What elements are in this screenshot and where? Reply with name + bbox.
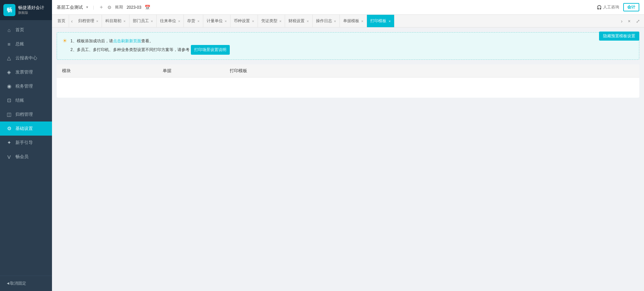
tab-print-template[interactable]: 打印模板 × (367, 15, 394, 28)
settle-icon: ⊡ (6, 97, 12, 103)
sidebar-label-archive: 归档管理 (15, 111, 33, 117)
tab-nav-prev[interactable]: ‹ (69, 15, 75, 28)
kuaiji-button[interactable]: 会计 (623, 3, 639, 11)
tab-archive-mgmt-label: 归档管理 (78, 18, 94, 24)
tab-inventory-close[interactable]: × (197, 19, 199, 23)
tab-dept-staff-label: 部门员工 (133, 18, 149, 24)
tax-icon: ◉ (6, 83, 12, 89)
tab-measure-unit-close[interactable]: × (225, 19, 227, 23)
tab-dept-staff-close[interactable]: × (151, 19, 153, 23)
sidebar-item-archive[interactable]: ◫ 归档管理 (0, 107, 52, 122)
tab-voucher-type-label: 凭证类型 (261, 18, 277, 24)
info-line2: 2、多员工、多打印机、多种业务类型设置不同打印方案等，请参考打印场景设置说明 (70, 45, 230, 55)
tab-currency[interactable]: 币种设置 × (230, 15, 258, 28)
logo-version: 旗舰版 (18, 10, 44, 15)
tab-print-template-label: 打印模板 (370, 18, 386, 24)
content-area: 隐藏预置模板设置 ☀ 1、模板添加成功后，请点击刷新新页面查看。 2、多员工、多… (52, 28, 644, 291)
sidebar-label-home: 首页 (15, 27, 24, 33)
tab-close-all[interactable]: × (626, 15, 633, 28)
tab-subject-period[interactable]: 科目期初 × (102, 15, 129, 28)
sidebar-item-guide[interactable]: ✦ 新手引导 (0, 136, 52, 150)
info-box: ☀ 1、模板添加成功后，请点击刷新新页面查看。 2、多员工、多打印机、多种业务类… (57, 32, 639, 60)
tab-supplier-close[interactable]: × (178, 19, 180, 23)
sidebar-item-vip[interactable]: V 畅会员 (0, 150, 52, 164)
sidebar-item-settle[interactable]: ⊡ 结账 (0, 93, 52, 107)
ledger-icon: ≡ (6, 41, 12, 47)
tab-inventory[interactable]: 存货 × (184, 15, 203, 28)
logo-name: 畅捷通好会计 (18, 5, 44, 11)
tab-expand[interactable]: ⤢ (634, 15, 642, 28)
table-header: 模块 单据 打印模板 (57, 64, 639, 78)
unpin-label: ◄取消固定 (6, 281, 26, 286)
sidebar-item-invoice[interactable]: ◈ 发票管理 (0, 65, 52, 79)
info-line2-before: 2、多员工、多打印机、多种业务类型设置不同打印方案等，请参考 (70, 47, 190, 52)
tab-op-log-label: 操作日志 (316, 18, 332, 24)
tab-supplier[interactable]: 往来单位 × (157, 15, 184, 28)
tab-single-template[interactable]: 单据模板 × (340, 15, 367, 28)
tab-dept-staff[interactable]: 部门员工 × (129, 15, 157, 28)
info-text: 1、模板添加成功后，请点击刷新新页面查看。 2、多员工、多打印机、多种业务类型设… (70, 37, 230, 55)
table-body (57, 78, 639, 98)
sidebar-label-ledger: 总账 (15, 41, 24, 47)
sidebar-label-vip: 畅会员 (15, 154, 29, 160)
invoice-icon: ◈ (6, 69, 12, 75)
unpin-button[interactable]: ◄取消固定 (0, 276, 52, 291)
sidebar-item-ledger[interactable]: ≡ 总账 (0, 37, 52, 51)
col-module: 模块 (57, 64, 157, 77)
tab-subject-period-close[interactable]: × (123, 19, 125, 23)
tab-single-template-close[interactable]: × (361, 19, 363, 23)
sidebar-label-basic: 基础设置 (15, 126, 33, 132)
tab-measure-unit[interactable]: 计量单位 × (203, 15, 230, 28)
calendar-icon[interactable]: 📅 (145, 5, 150, 10)
sidebar: 畅 畅捷通好会计 旗舰版 ⌂ 首页 ≡ 总账 △ 云报表中心 ◈ 发票管理 ◉ … (0, 0, 52, 291)
tab-archive-mgmt[interactable]: 归档管理 × (75, 15, 102, 28)
tab-subject-period-label: 科目期初 (105, 18, 121, 24)
info-line1-after: 查看。 (141, 39, 153, 43)
tab-voucher-type[interactable]: 凭证类型 × (258, 15, 285, 28)
tab-currency-label: 币种设置 (234, 18, 250, 24)
top-bar-right: 🎧 人工咨询 会计 (597, 3, 639, 11)
tab-currency-close[interactable]: × (252, 19, 254, 23)
tab-op-log[interactable]: 操作日志 × (313, 15, 340, 28)
sidebar-nav: ⌂ 首页 ≡ 总账 △ 云报表中心 ◈ 发票管理 ◉ 税务管理 ⊡ 结账 ◫ 归… (0, 20, 52, 276)
tab-nav-next[interactable]: › (619, 15, 625, 28)
sidebar-label-invoice: 发票管理 (15, 69, 33, 75)
info-line1-before: 1、模板添加成功后，请 (70, 39, 113, 43)
tab-print-template-close[interactable]: × (388, 19, 390, 23)
reports-icon: △ (6, 55, 12, 61)
tab-bar-end: › × ⤢ (619, 15, 642, 28)
sidebar-item-basic[interactable]: ⚙ 基础设置 (0, 122, 52, 136)
tab-archive-mgmt-close[interactable]: × (96, 19, 98, 23)
guide-icon: ✦ (6, 140, 12, 146)
add-company-button[interactable]: ＋ (99, 4, 104, 11)
sidebar-label-reports: 云报表中心 (15, 55, 37, 61)
hide-template-label: 隐藏预置模板设置 (603, 34, 635, 38)
tab-voucher-type-close[interactable]: × (279, 19, 281, 23)
print-scene-button[interactable]: 打印场景设置说明 (191, 45, 230, 55)
company-name: 基层工会测试 (57, 4, 83, 10)
logo-icon: 畅 (3, 4, 15, 16)
refresh-link[interactable]: 点击刷新新页面 (113, 39, 141, 43)
headset-icon: 🎧 (597, 5, 602, 10)
tab-tax-settings[interactable]: 财税设置 × (285, 15, 312, 28)
service-label: 人工咨询 (603, 4, 619, 10)
basic-icon: ⚙ (6, 126, 12, 132)
sidebar-item-reports[interactable]: △ 云报表中心 (0, 51, 52, 65)
tab-op-log-close[interactable]: × (334, 19, 336, 23)
settings-gear-button[interactable]: ⚙ (107, 5, 112, 10)
tab-tax-settings-label: 财税设置 (288, 18, 305, 24)
company-dropdown-icon[interactable]: ▾ (86, 5, 88, 9)
service-button[interactable]: 🎧 人工咨询 (597, 4, 619, 10)
info-line1: 1、模板添加成功后，请点击刷新新页面查看。 (70, 37, 230, 45)
tab-home[interactable]: 首页 (54, 15, 69, 28)
sidebar-label-guide: 新手引导 (15, 140, 33, 146)
sidebar-item-tax[interactable]: ◉ 税务管理 (0, 79, 52, 93)
tab-tax-settings-close[interactable]: × (307, 19, 309, 23)
col-print: 打印模板 (224, 64, 639, 77)
period-label: 账期 (115, 4, 123, 10)
tab-inventory-label: 存货 (187, 18, 195, 24)
hide-template-button[interactable]: 隐藏预置模板设置 (599, 32, 639, 41)
main-area: 基层工会测试 ▾ | ＋ ⚙ 账期 2023-03 📅 🎧 人工咨询 会计 首页… (52, 0, 644, 291)
sidebar-item-home[interactable]: ⌂ 首页 (0, 23, 52, 37)
sidebar-label-settle: 结账 (15, 97, 24, 103)
